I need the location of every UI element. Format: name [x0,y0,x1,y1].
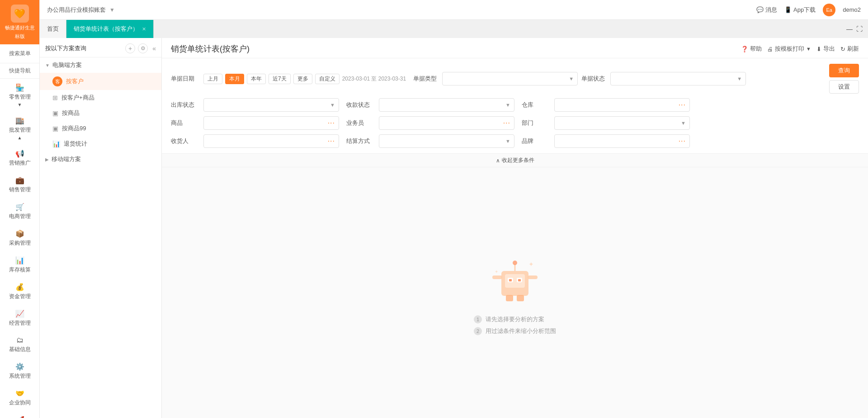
add-scheme-btn[interactable]: + [125,43,135,53]
svg-rect-4 [509,279,512,281]
filter-row-3: 商品 ··· 业务员 ··· 部门 ▼ [171,116,859,130]
sidebar-item-purchase[interactable]: 📦 采购管理 [0,225,39,252]
download-icon: 📱 [784,6,792,13]
logo-icon: 🧡 [11,5,29,23]
scheme-item-by-goods-99[interactable]: ▣ 按商品99 [40,121,161,136]
print-dropdown-arrow[interactable]: ▼ [806,46,811,52]
sidebar-item-operations[interactable]: 📈 经营管理 [0,305,39,332]
salesperson-dots: ··· [503,119,510,127]
salesperson-input[interactable]: ··· [379,116,514,130]
date-btn-custom[interactable]: 自定义 [315,74,340,84]
empty-state: ✦ ✦ 1 请先选择要分析的方案 2 用过滤条件来缩小分析范围 [162,167,868,418]
purchase-icon: 📦 [15,229,24,238]
app-download-btn[interactable]: 📱 App下载 [784,6,816,14]
user-avatar[interactable]: Ea [823,4,835,16]
company-dropdown-arrow[interactable]: ▼ [109,7,115,13]
tab-sales-stat[interactable]: 销货单统计表（按客户） ✕ [66,20,154,38]
username[interactable]: demo2 [843,6,861,13]
sidebar-item-ecommerce[interactable]: 🛒 电商管理 [0,198,39,225]
sidebar-item-finance[interactable]: 💰 资金管理 [0,278,39,305]
sidebar-item-basics[interactable]: 🗂 基础信息 [0,332,39,358]
goods-input[interactable]: ··· [203,116,339,130]
brand-label: 品牌 [522,137,547,145]
query-btn[interactable]: 查询 [829,64,859,77]
out-status-select[interactable]: ▼ [203,98,339,112]
ecommerce-icon: 🛒 [15,203,24,211]
settings-scheme-btn[interactable]: ⚙ [138,43,148,53]
tab-minimize-icon[interactable]: — [846,25,853,33]
date-btn-last-month[interactable]: 上月 [203,74,222,84]
export-btn[interactable]: ⬇ 导出 [816,45,835,53]
date-btn-more[interactable]: 更多 [293,74,312,84]
svg-rect-8 [506,295,513,301]
brand-input[interactable]: ··· [554,134,690,148]
return-stat-label: 退货统计 [64,140,87,148]
dept-arrow: ▼ [681,120,686,126]
settlement-select[interactable]: ▼ [379,134,514,148]
tab-close-icon[interactable]: ✕ [142,26,146,32]
help-btn[interactable]: ❓ 帮助 [741,45,762,53]
mobile-group-header[interactable]: ▶ 移动端方案 [40,152,161,167]
retail-arrow: ▼ [18,102,22,107]
wholesale-icon: 🏬 [15,116,24,125]
sidebar-search[interactable]: 搜索菜单 [0,44,39,63]
message-btn[interactable]: 💬 消息 [756,6,777,14]
collapse-left-panel-btn[interactable]: « [152,45,156,52]
page-header: 销货单统计表(按客户) ❓ 帮助 🖨 按模板打印 ▼ ⬇ 导出 [162,38,868,58]
sidebar-item-sales[interactable]: 💼 销售管理 [0,171,39,198]
desktop-group-header[interactable]: ▼ 电脑端方案 [40,57,161,73]
sidebar-item-inventory[interactable]: 📊 库存核算 [0,252,39,278]
desktop-group-label: 电脑端方案 [52,61,82,69]
avatar-label: Ea [826,7,832,13]
empty-text: 1 请先选择要分析的方案 2 用过滤条件来缩小分析范围 [474,315,556,335]
sidebar-item-marketing[interactable]: 📢 营销推广 [0,145,39,171]
warehouse-input[interactable]: ··· [554,98,690,112]
filter-row-2: 出库状态 ▼ 收款状态 ▼ 仓库 ··· [171,98,859,112]
receiver-input[interactable]: ··· [203,134,339,148]
tabbar: 首页 销货单统计表（按客户） ✕ — ⛶ [40,20,868,38]
date-btn-this-month[interactable]: 本月 [225,74,244,84]
scheme-item-return-stat[interactable]: 📊 退货统计 [40,136,161,152]
scheme-item-by-customer-goods[interactable]: ⊞ 按客户+商品 [40,90,161,105]
filter-actions: 查询 设置 [829,64,859,94]
receiver-dots: ··· [328,137,335,145]
retail-icon: 🏪 [15,83,24,92]
scheme-item-by-customer[interactable]: 客 按客户 [40,73,161,90]
page-title: 销货单统计表(按客户) [171,43,250,54]
logo[interactable]: 🧡 畅捷通好生意 标版 [0,0,39,44]
desktop-group-arrow: ▼ [45,63,50,68]
sidebar-item-wholesale[interactable]: 🏬 批发管理 ▲ [0,112,39,145]
out-status-label: 出库状态 [171,101,196,109]
svg-rect-9 [517,295,524,301]
refresh-icon: ↻ [840,46,845,52]
date-label: 单据日期 [171,75,196,83]
collapse-conditions-btn[interactable]: ∧ 收起更多条件 [162,154,868,167]
by-goods-99-icon: ▣ [52,125,58,132]
date-btn-this-year[interactable]: 本年 [247,74,266,84]
tab-sales-stat-label: 销货单统计表（按客户） [74,25,138,33]
print-btn[interactable]: 🖨 按模板打印 ▼ [767,45,811,53]
sidebar-item-enterprise[interactable]: 🤝 企业协同 [0,385,39,411]
out-status-arrow: ▼ [330,102,335,108]
print-icon: 🖨 [767,46,773,52]
order-type-select[interactable]: ▼ [442,72,578,86]
order-type-label: 单据类型 [413,75,439,83]
svg-text:✦: ✦ [495,269,498,274]
sidebar-item-system[interactable]: ⚙️ 系统管理 [0,358,39,385]
order-status-select[interactable]: ▼ [610,72,746,86]
sidebar-item-guide[interactable]: 🚀 新手引导 [0,411,39,418]
receipt-status-select[interactable]: ▼ [379,98,514,112]
empty-robot-svg: ✦ ✦ [488,251,542,305]
settings-btn[interactable]: 设置 [829,80,859,94]
brand-dots: ··· [679,137,686,145]
tab-home[interactable]: 首页 [40,20,66,38]
main: 办公用品行业模拟账套 ▼ 💬 消息 📱 App下载 Ea demo2 首页 销货… [40,0,868,418]
date-btn-last-7[interactable]: 近7天 [269,74,291,84]
sidebar-quicknav[interactable]: 快捷导航 [0,63,39,79]
dept-select[interactable]: ▼ [554,116,690,130]
scheme-item-by-goods[interactable]: ▣ 按商品 [40,105,161,121]
sidebar-item-retail[interactable]: 🏪 零售管理 ▼ [0,79,39,112]
tab-maximize-icon[interactable]: ⛶ [856,25,863,33]
refresh-btn[interactable]: ↻ 刷新 [840,45,859,53]
mobile-group-label: 移动端方案 [52,155,81,163]
